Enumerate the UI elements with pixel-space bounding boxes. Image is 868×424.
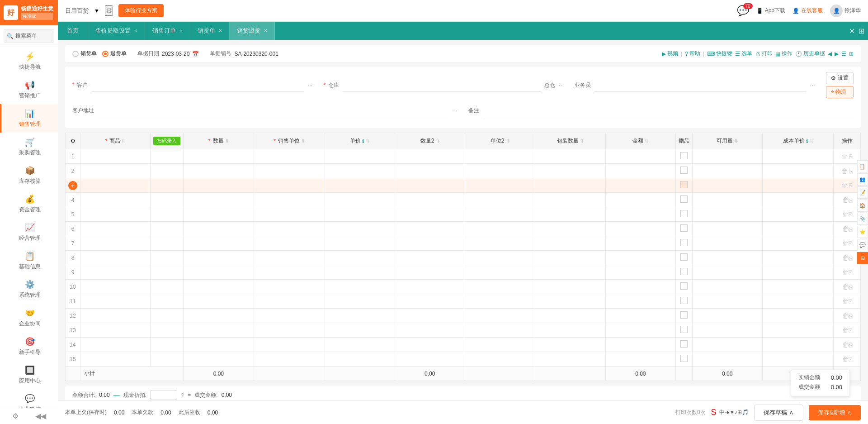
copy-row-5[interactable]: ⎘ bbox=[849, 211, 852, 218]
tab-price-setting-close[interactable]: × bbox=[134, 28, 137, 34]
radio-sale-doc[interactable]: 销货单 bbox=[72, 50, 97, 57]
trial-button[interactable]: 体验行业方案 bbox=[118, 4, 164, 17]
staff-select-icon[interactable]: ··· bbox=[810, 81, 815, 89]
float-btn-active[interactable]: ⊞ bbox=[857, 252, 868, 264]
th-gear[interactable]: ⚙ bbox=[66, 133, 80, 149]
address-input[interactable] bbox=[98, 104, 448, 117]
calendar-icon[interactable]: 📅 bbox=[192, 51, 199, 57]
gift-check-4[interactable] bbox=[680, 195, 688, 203]
copy-row-15[interactable]: ⎘ bbox=[849, 356, 852, 363]
product-input-2[interactable] bbox=[83, 168, 147, 174]
copy-row-1-button[interactable]: ⎘ bbox=[849, 153, 853, 160]
tab-maximize-button[interactable]: ⊞ bbox=[859, 27, 864, 35]
gift-check-5[interactable] bbox=[680, 210, 688, 217]
pkg-input-1[interactable] bbox=[538, 153, 603, 160]
sidebar-item-basic-info[interactable]: 📋 基础信息 bbox=[0, 247, 58, 275]
float-btn-1[interactable]: 📋 bbox=[857, 160, 868, 172]
copy-row-10[interactable]: ⎘ bbox=[849, 283, 852, 291]
select-link[interactable]: ☰ 选单 bbox=[735, 50, 752, 57]
history-link[interactable]: 🕐 历史单据 bbox=[795, 50, 825, 57]
note-input[interactable] bbox=[483, 104, 854, 117]
sidebar-search[interactable]: 🔍 搜索菜单 bbox=[0, 25, 58, 47]
gift-check-9[interactable] bbox=[680, 268, 688, 275]
copy-row-3-button[interactable]: ⎘ bbox=[849, 182, 853, 189]
copy-row-12[interactable]: ⎘ bbox=[849, 312, 852, 319]
gift-check-14[interactable] bbox=[680, 340, 688, 348]
delete-row-1-button[interactable]: 🗑 bbox=[841, 153, 848, 160]
save-new-button[interactable]: 保存&新增 ∧ bbox=[809, 405, 861, 420]
delete-row-15[interactable]: 🗑 bbox=[842, 356, 849, 363]
tab-sales-delivery[interactable]: 销货单 × bbox=[190, 22, 230, 40]
product-input-1[interactable] bbox=[83, 153, 147, 160]
delete-row-11[interactable]: 🗑 bbox=[842, 298, 849, 305]
product-input-3[interactable] bbox=[83, 182, 147, 189]
copy-row-8[interactable]: ⎘ bbox=[849, 254, 852, 262]
float-btn-3[interactable]: 📝 bbox=[857, 186, 868, 199]
delete-row-3-button[interactable]: 🗑 bbox=[841, 182, 848, 189]
delete-row-7[interactable]: 🗑 bbox=[842, 240, 849, 247]
price-input-1[interactable] bbox=[328, 153, 392, 160]
copy-row-14[interactable]: ⎘ bbox=[849, 341, 852, 348]
copy-row-7[interactable]: ⎘ bbox=[849, 240, 852, 247]
available-input-1[interactable] bbox=[695, 153, 760, 160]
cost-input-1[interactable] bbox=[765, 153, 830, 160]
gift-check-10[interactable] bbox=[680, 282, 688, 290]
delete-row-2-button[interactable]: 🗑 bbox=[841, 167, 848, 175]
tab-price-setting[interactable]: 售价提取设置 × bbox=[88, 22, 145, 40]
gift-check-1[interactable] bbox=[680, 152, 688, 159]
sidebar-item-purchase-mgmt[interactable]: 🛒 采购管理 bbox=[0, 133, 58, 161]
qty2-input-1[interactable] bbox=[398, 153, 462, 160]
staff-input[interactable] bbox=[594, 78, 806, 92]
copy-row-6[interactable]: ⎘ bbox=[849, 225, 852, 233]
float-btn-6[interactable]: ⭐ bbox=[857, 226, 868, 238]
copy-row-11[interactable]: ⎘ bbox=[849, 298, 852, 305]
collapse-icon[interactable]: ◀◀ bbox=[35, 412, 46, 420]
next-record-button[interactable]: ▶ bbox=[835, 51, 839, 57]
prev-record-button[interactable]: ◀ bbox=[828, 51, 832, 57]
sidebar-item-system[interactable]: ⚙️ 系统管理 bbox=[0, 275, 58, 304]
warehouse-select-icon[interactable]: ··· bbox=[559, 81, 564, 89]
sidebar-item-enterprise-wx[interactable]: 💬 企业微信 bbox=[0, 389, 58, 408]
delete-row-8[interactable]: 🗑 bbox=[842, 254, 849, 262]
unit-input-1[interactable] bbox=[257, 153, 322, 160]
shortcut-link[interactable]: ⌨ 快捷键 bbox=[707, 50, 732, 57]
help-link[interactable]: ? 帮助 bbox=[685, 50, 700, 57]
gift-check-3[interactable] bbox=[680, 181, 688, 188]
table-gear-icon[interactable]: ⚙ bbox=[71, 138, 75, 144]
online-service-button[interactable]: 👤 在线客服 bbox=[793, 7, 823, 14]
settings-bottom-icon[interactable]: ⚙ bbox=[12, 412, 19, 420]
delete-row-9[interactable]: 🗑 bbox=[842, 269, 849, 276]
float-btn-5[interactable]: 📎 bbox=[857, 213, 868, 225]
discount-input[interactable] bbox=[150, 390, 177, 400]
delete-row-10[interactable]: 🗑 bbox=[842, 283, 849, 291]
copy-row-4[interactable]: ⎘ bbox=[849, 196, 852, 204]
warehouse-input[interactable] bbox=[343, 78, 541, 92]
cell-product[interactable] bbox=[80, 149, 151, 164]
app-download-button[interactable]: 📱 App下载 bbox=[756, 7, 785, 14]
copy-row-13[interactable]: ⎘ bbox=[849, 327, 852, 334]
th-scan[interactable]: 扫码录入 bbox=[151, 133, 184, 149]
float-btn-4[interactable]: 🏠 bbox=[857, 200, 868, 212]
tab-sales-return-close[interactable]: × bbox=[264, 28, 267, 34]
float-btn-2[interactable]: 👥 bbox=[857, 173, 868, 186]
list-view-button[interactable]: ☰ bbox=[841, 51, 846, 57]
gift-check-12[interactable] bbox=[680, 311, 688, 319]
scan-button[interactable]: 扫码录入 bbox=[153, 137, 180, 145]
tab-sales-order-close[interactable]: × bbox=[179, 28, 183, 34]
delete-row-12[interactable]: 🗑 bbox=[842, 312, 849, 319]
sidebar-item-inventory[interactable]: 📦 库存核算 bbox=[0, 161, 58, 190]
sidebar-item-finance[interactable]: 💰 资金管理 bbox=[0, 190, 58, 218]
tab-sales-return[interactable]: 销货退货 × bbox=[230, 22, 275, 40]
sidebar-item-sales-mgmt[interactable]: 📊 销售管理 bbox=[0, 104, 58, 133]
gift-check-11[interactable] bbox=[680, 297, 688, 304]
video-link[interactable]: ▶ 视频 bbox=[662, 50, 678, 57]
copy-row-9[interactable]: ⎘ bbox=[849, 269, 852, 276]
tab-home[interactable]: 首页 bbox=[58, 22, 88, 40]
gift-check-13[interactable] bbox=[680, 326, 688, 333]
tab-sales-order[interactable]: 销售订单 × bbox=[145, 22, 190, 40]
delete-row-6[interactable]: 🗑 bbox=[842, 225, 849, 233]
logistics-button[interactable]: + 物流 bbox=[826, 86, 854, 98]
settings-button[interactable]: ⚙ 设置 bbox=[826, 72, 854, 84]
gift-check-8[interactable] bbox=[680, 253, 688, 261]
sidebar-item-marketing[interactable]: 📢 营销推广 bbox=[0, 76, 58, 104]
